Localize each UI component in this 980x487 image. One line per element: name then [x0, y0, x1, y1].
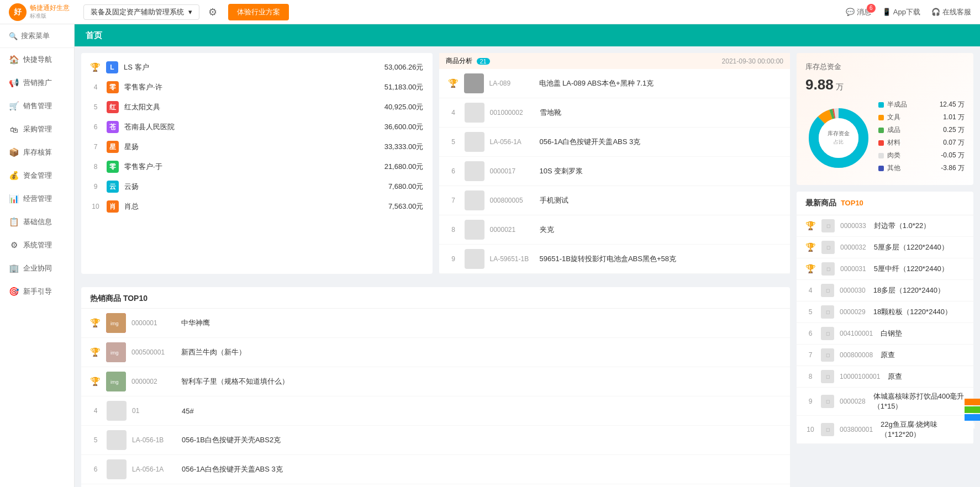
product-thumb-8	[465, 220, 484, 240]
system-selector[interactable]: 装备及固定资产辅助管理系统 ▾	[83, 4, 199, 20]
money-icon: 💰	[9, 171, 19, 181]
product-row: 5 LA-056-1A 056-1A白色按键开关盖ABS 3克	[439, 128, 791, 157]
sidebar-item-system[interactable]: ⚙ 系统管理	[0, 234, 74, 257]
logo-badge: 标准版	[30, 12, 70, 20]
np-name-8: 原查	[888, 372, 965, 382]
product-analysis-label: 商品分析	[446, 56, 472, 66]
legend-item-4: 材料 0.07 万	[878, 138, 965, 147]
np-code-9: 0000028	[840, 398, 866, 405]
building-icon: 🏢	[9, 263, 19, 273]
hp-name-3: 智利车子里（规格不知道填什么）	[181, 377, 781, 387]
nav-label-quick-nav: 快捷导航	[23, 55, 52, 65]
new-products-label: 最新商品	[805, 198, 836, 207]
inventory-title: 库存总资金	[805, 62, 965, 72]
hp-thumb-5	[107, 430, 127, 450]
np-code-4: 0000030	[840, 287, 866, 294]
customer-hotline-button[interactable]: 客服热线	[965, 399, 980, 405]
sidebar-item-operation[interactable]: 📊 经营管理	[0, 187, 74, 210]
clipboard-icon: 📋	[9, 217, 19, 227]
customer-badge-7: 星	[107, 141, 119, 153]
product-code-9: LA-59651-1B	[490, 255, 534, 263]
product-row: 6 0000017 10S 变刺罗浆	[439, 157, 791, 186]
rank-num-5: 5	[90, 103, 101, 111]
new-product-row-3: 🏆 ◻ 0000031 5厘中纤（1220*2440）	[797, 258, 973, 280]
sidebar-item-sales[interactable]: 🛒 销售管理	[0, 94, 74, 118]
content-area: 🏆 L LS 客户 53,006.26元 4 零 零售客户·许 51,183.0…	[75, 46, 980, 487]
trial-button[interactable]: 体验行业方案	[228, 4, 289, 20]
np-rank-5: 5	[805, 308, 815, 316]
sidebar-item-finance[interactable]: 💰 资金管理	[0, 164, 74, 187]
customer-amount-8: 21,680.00元	[384, 162, 424, 172]
np-rank-7: 7	[805, 351, 815, 359]
search-menu-item[interactable]: 🔍 搜索菜单	[0, 24, 74, 48]
chart-icon: 📊	[9, 194, 19, 204]
hp-thumb-6	[107, 459, 127, 479]
np-name-7: 原查	[881, 350, 965, 360]
customer-badge-4: 零	[107, 81, 119, 93]
online-service-button[interactable]: 🎧 在线客服	[931, 7, 971, 17]
sidebar-item-basics[interactable]: 📋 基础信息	[0, 210, 74, 234]
product-name-6: 10S 变刺罗浆	[540, 166, 782, 176]
customer-list: 🏆 L LS 客户 53,006.26元 4 零 零售客户·许 51,183.0…	[81, 53, 433, 221]
customer-row: 6 苍 苍南县人民医院 36,600.00元	[81, 117, 433, 137]
app-download-button[interactable]: 📱 App下载	[882, 7, 920, 17]
hot-product-row-6: 6 LA-056-1A 056-1A白色按键开关盖ABS 3克	[81, 455, 790, 484]
messages-button[interactable]: 💬 消息 6	[846, 7, 871, 17]
trophy-bronze-icon-hp: 🏆	[90, 377, 101, 387]
nav-label-enterprise: 企业协同	[23, 263, 52, 273]
sidebar: 🔍 搜索菜单 🏠 快捷导航 📢 营销推广 🛒 销售管理 🛍 采购管理 📦 库存核…	[0, 24, 75, 487]
partial-top-bar: 商品分析 21 2021-09-30 00:00:00	[439, 53, 791, 69]
legend-item-6: 其他 -3.86 万	[878, 163, 965, 173]
settings-button[interactable]: ⚙	[204, 3, 222, 21]
customer-badge-1: L	[106, 61, 118, 73]
np-code-2: 0000032	[840, 244, 866, 251]
customer-name-7: 星扬	[124, 142, 379, 152]
hp-code-6: LA-056-1A	[132, 465, 176, 473]
sidebar-item-guide[interactable]: 🎯 新手引导	[0, 280, 74, 303]
product-code-8: 0000021	[490, 226, 534, 234]
inventory-unit: 万	[836, 82, 844, 92]
np-name-5: 18颗粒板（1220*2440）	[873, 307, 965, 317]
chart-legend-area: 库存资金 占比 半成品 12.45 万 文具	[805, 100, 965, 176]
main-content: 首页 🏆 L LS 客户	[75, 24, 980, 487]
hp-thumb-4	[107, 401, 127, 421]
legend-label-6: 其他	[887, 163, 937, 173]
legend-dot-6	[878, 166, 884, 171]
legend-list: 半成品 12.45 万 文具 1.01 万 成品 0	[878, 100, 965, 176]
new-product-row-1: 🏆 ◻ 0000033 封边带（1.0*22）	[797, 215, 973, 237]
live-stream-button[interactable]: 直播	[965, 414, 980, 421]
new-product-row-7: 7 ◻ 000800008 原查	[797, 345, 973, 366]
customer-amount-4: 51,183.00元	[384, 82, 424, 92]
sidebar-item-enterprise[interactable]: 🏢 企业协同	[0, 257, 74, 280]
hot-product-row-4: 4 01 45#	[81, 396, 790, 426]
logo-area: 好 畅捷通好生意 标准版	[9, 3, 83, 21]
svg-text:库存资金: 库存资金	[828, 130, 850, 136]
sidebar-item-quick-nav[interactable]: 🏠 快捷导航	[0, 48, 74, 71]
np-name-9: 体城嘉核味苏打饮品400毫升（1*15）	[873, 391, 965, 411]
product-code-7: 000800005	[490, 197, 534, 204]
hot-products-title: 热销商品 TOP10	[81, 287, 790, 309]
hp-name-4: 45#	[182, 407, 781, 415]
np-thumb-2: ◻	[821, 241, 835, 254]
legend-label-2: 文具	[887, 113, 940, 122]
sidebar-item-marketing[interactable]: 📢 营销推广	[0, 71, 74, 94]
page-title: 首页	[86, 30, 102, 41]
new-product-row-10: 10 ◻ 003800001 22g鱼豆腐·烧烤味（1*12*20）	[797, 416, 973, 444]
legend-item-1: 半成品 12.45 万	[878, 100, 965, 109]
legend-value-4: 0.07 万	[943, 138, 965, 147]
customer-amount-7: 33,333.00元	[384, 142, 424, 152]
trophy-bronze-icon: 🏆	[448, 78, 459, 88]
service-community-button[interactable]: 服务社区	[965, 406, 980, 413]
inventory-card: 库存总资金 9.88 万	[797, 53, 973, 185]
sidebar-item-purchase[interactable]: 🛍 采购管理	[0, 118, 74, 141]
nav-label-sales: 销售管理	[23, 101, 52, 111]
customer-amount-9: 7,680.00元	[388, 182, 424, 192]
sidebar-item-inventory[interactable]: 📦 库存核算	[0, 141, 74, 164]
customer-name-10: 肖总	[124, 202, 383, 211]
new-product-row-4: 4 ◻ 0000030 18多层（1220*2440）	[797, 280, 973, 301]
product-row: 4 001000002 雪地靴	[439, 98, 791, 128]
page-header: 首页	[75, 24, 980, 46]
donut-chart: 库存资金 占比	[805, 105, 872, 171]
trophy-gold-icon-hp: 🏆	[90, 318, 101, 328]
customer-name-6: 苍南县人民医院	[124, 122, 379, 132]
